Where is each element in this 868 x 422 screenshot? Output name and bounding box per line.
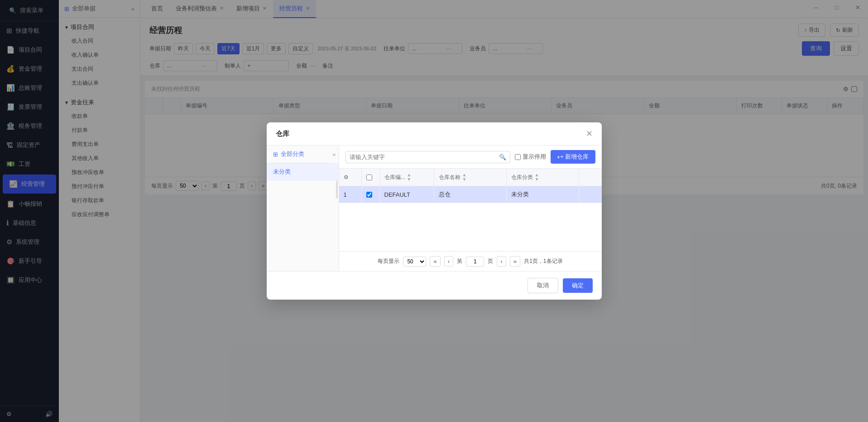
- modal-search-box[interactable]: 🔍: [345, 151, 510, 163]
- modal-cancel-button[interactable]: 取消: [528, 278, 558, 293]
- modal-td-row-num-1: 1: [339, 186, 362, 203]
- modal-pagination: 每页显示 50 100 « ‹ 第 页 › » 共1页，1条记录: [339, 251, 602, 271]
- sidebar-scrollbar-thumb: [336, 180, 338, 199]
- modal-toolbar: 🔍 显示停用 + + 新增仓库: [339, 146, 602, 169]
- modal-th-settings: ⚙: [339, 169, 362, 186]
- modal-td-checkbox-1: [362, 186, 380, 203]
- show-disabled-checkbox[interactable]: [515, 154, 521, 160]
- modal-td-name-1: 总仓: [434, 186, 507, 203]
- modal-row-checkbox-1[interactable]: [366, 192, 372, 198]
- modal-prev-page-btn[interactable]: ‹: [444, 256, 453, 267]
- modal-overlay: 仓库 ✕ ⊞ 全部分类 « 未分类: [0, 0, 868, 422]
- modal-actions: 取消 确定: [267, 271, 602, 300]
- modal-page-unit: 页: [488, 257, 493, 265]
- modal-per-page-label: 每页显示: [378, 257, 399, 265]
- warehouse-modal: 仓库 ✕ ⊞ 全部分类 « 未分类: [267, 122, 602, 300]
- modal-th-category: 仓库分类 ▲▼: [507, 169, 579, 186]
- category-sort-icon: ▲▼: [535, 173, 539, 182]
- show-disabled-text: 显示停用: [523, 153, 546, 161]
- window-controls: ─ □ ✕: [806, 0, 868, 15]
- modal-all-categories-label: 全部分类: [281, 150, 304, 158]
- add-warehouse-button[interactable]: + + 新增仓库: [551, 150, 595, 164]
- modal-th-code: 仓库编... ▲▼: [380, 169, 434, 186]
- modal-page-input[interactable]: [466, 257, 484, 267]
- code-sort-icon: ▲▼: [407, 173, 412, 182]
- maximize-button[interactable]: □: [826, 0, 847, 15]
- modal-td-code-1: DEFAULT: [380, 186, 434, 203]
- modal-content: 🔍 显示停用 + + 新增仓库 ⚙: [339, 146, 602, 271]
- modal-th-settings-icon[interactable]: ⚙: [344, 174, 349, 180]
- modal-next-page-btn[interactable]: ›: [497, 256, 506, 267]
- modal-search-icon: 🔍: [499, 154, 506, 160]
- modal-close-button[interactable]: ✕: [586, 129, 593, 139]
- show-disabled-label[interactable]: 显示停用: [515, 153, 546, 161]
- modal-sidebar-all-categories[interactable]: ⊞ 全部分类: [267, 146, 330, 163]
- name-sort-icon: ▲▼: [462, 173, 467, 182]
- modal-title: 仓库: [276, 130, 289, 138]
- modal-sidebar-collapse-btn[interactable]: «: [330, 147, 338, 161]
- modal-select-all-checkbox[interactable]: [366, 175, 372, 180]
- modal-total-info: 共1页，1条记录: [524, 257, 562, 265]
- modal-table-row-1[interactable]: 1 DEFAULT 总仓 未分类: [339, 186, 602, 203]
- modal-confirm-button[interactable]: 确定: [563, 278, 593, 293]
- modal-last-page-btn[interactable]: »: [510, 256, 520, 267]
- modal-sidebar-header-row: ⊞ 全部分类 «: [267, 146, 339, 163]
- modal-table: ⚙ 仓库编... ▲▼ 仓库名称 ▲▼: [339, 169, 602, 251]
- modal-header: 仓库 ✕: [267, 122, 602, 146]
- close-button[interactable]: ✕: [847, 0, 868, 15]
- modal-page-label: 第: [457, 257, 462, 265]
- modal-per-page-select[interactable]: 50 100: [403, 257, 426, 267]
- modal-sidebar-scroll-area: [267, 180, 339, 271]
- grid2-icon: ⊞: [273, 151, 278, 158]
- modal-sidebar-item-uncategorized[interactable]: 未分类: [267, 163, 339, 180]
- modal-sidebar: ⊞ 全部分类 « 未分类: [267, 146, 339, 271]
- add-warehouse-icon: +: [557, 154, 561, 160]
- modal-search-input[interactable]: [350, 154, 497, 160]
- minimize-button[interactable]: ─: [806, 0, 826, 15]
- modal-th-name: 仓库名称 ▲▼: [434, 169, 507, 186]
- uncategorized-label: 未分类: [273, 168, 291, 176]
- modal-td-category-1: 未分类: [507, 186, 579, 203]
- modal-body: ⊞ 全部分类 « 未分类: [267, 146, 602, 271]
- modal-table-header: ⚙ 仓库编... ▲▼ 仓库名称 ▲▼: [339, 169, 602, 186]
- modal-first-page-btn[interactable]: «: [430, 256, 440, 267]
- modal-th-checkbox: [362, 169, 380, 186]
